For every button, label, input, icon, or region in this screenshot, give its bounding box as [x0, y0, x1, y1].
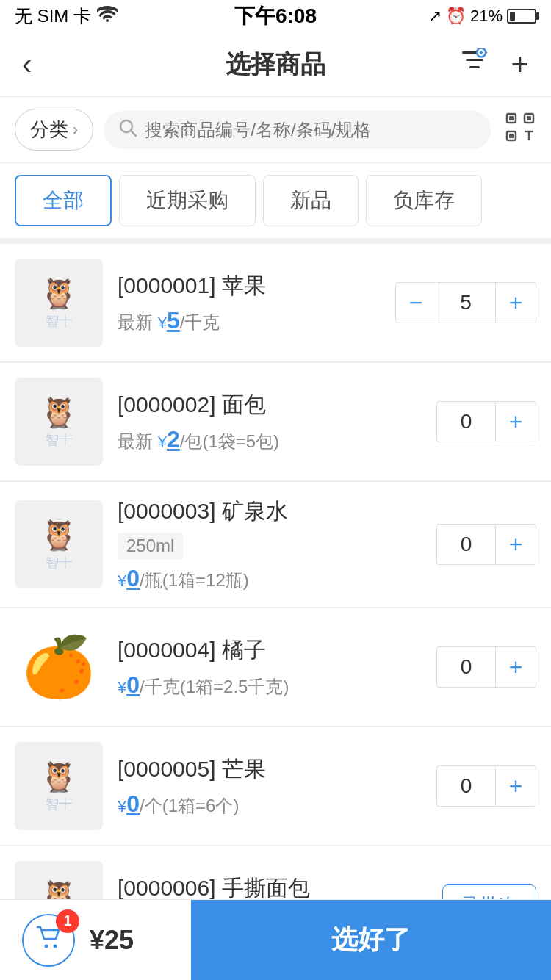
product-info: [0000004] 橘子 ¥0/千克(1箱=2.5千克)	[118, 635, 422, 699]
price-unit: /千克(1箱=2.5千克)	[140, 677, 289, 696]
product-item: 🦉 智十 [0000005] 芒果 ¥0/个(1箱=6个) +	[0, 727, 551, 845]
price-value: 0	[126, 790, 140, 817]
price-unit: /瓶(1箱=12瓶)	[140, 570, 249, 590]
product-name: [0000002] 面包	[118, 390, 422, 420]
product-price: ¥0/千克(1箱=2.5千克)	[118, 671, 422, 699]
price-unit: /千克	[180, 312, 220, 332]
owl-text: 智十	[46, 554, 72, 572]
price-currency-icon: ¥	[118, 678, 126, 696]
price-label: 最新	[118, 431, 158, 451]
price-unit: /包(1袋=5包)	[180, 431, 279, 451]
product-thumbnail: 🦉 智十	[15, 259, 103, 347]
cart-total: ¥25	[90, 925, 134, 956]
qty-plus-button[interactable]: +	[495, 765, 536, 807]
qty-plus-button[interactable]: +	[495, 282, 536, 323]
product-info: [0000002] 面包 最新 ¥2/包(1袋=5包)	[118, 390, 422, 453]
price-value: 0	[126, 671, 140, 698]
product-price: 最新 ¥5/千克	[118, 307, 381, 334]
product-item: 🦉 智十 [0000002] 面包 最新 ¥2/包(1袋=5包) +	[0, 363, 551, 480]
placeholder-logo: 🦉 智十	[40, 518, 77, 572]
product-thumbnail: 🦉 智十	[15, 500, 103, 588]
bottom-bar: 1 ¥25 选好了	[0, 899, 551, 980]
product-thumbnail: 🍊	[15, 623, 103, 711]
svg-point-17	[54, 945, 57, 948]
tab-recent[interactable]: 近期采购	[119, 175, 256, 226]
product-info: [0000005] 芒果 ¥0/个(1箱=6个)	[118, 754, 422, 818]
category-label: 分类	[30, 117, 68, 143]
qty-minus-button[interactable]: −	[395, 282, 436, 323]
qty-plus-button[interactable]: +	[495, 401, 536, 442]
page-title: 选择商品	[226, 48, 325, 82]
product-spec: 250ml	[118, 533, 183, 559]
product-thumbnail: 🦉 智十	[15, 378, 103, 466]
tab-all[interactable]: 全部	[15, 175, 112, 226]
qty-control: − +	[395, 282, 536, 323]
owl-icon: 🦉	[40, 760, 77, 794]
carrier-text: 无 SIM 卡	[15, 4, 91, 28]
qty-control: +	[436, 646, 536, 688]
search-input[interactable]	[145, 120, 476, 140]
price-currency-icon: ¥	[158, 314, 167, 332]
product-thumbnail: 🦉 智十	[15, 742, 103, 830]
scan-icon[interactable]	[504, 111, 536, 149]
alarm-icon: ⏰	[446, 7, 466, 26]
qty-input[interactable]	[436, 524, 495, 565]
category-button[interactable]: 分类 ›	[15, 109, 93, 151]
qty-control: +	[436, 401, 536, 442]
product-item: 🦉 智十 [0000003] 矿泉水 250ml ¥0/瓶(1箱=12瓶) +	[0, 482, 551, 607]
battery-percent: 21%	[470, 7, 503, 26]
owl-icon: 🦉	[40, 276, 77, 311]
status-time: 下午6:08	[234, 2, 317, 30]
product-price: ¥0/瓶(1箱=12瓶)	[118, 565, 422, 592]
status-right: ↗ ⏰ 21%	[428, 7, 536, 26]
battery-icon	[507, 9, 536, 24]
owl-text: 智十	[46, 431, 72, 449]
price-currency-icon: ¥	[158, 433, 167, 451]
nav-bar: ‹ 选择商品 +	[0, 32, 551, 97]
confirm-button[interactable]: 选好了	[191, 900, 551, 981]
price-label: 最新	[118, 312, 158, 332]
search-icon	[118, 118, 137, 142]
owl-icon: 🦉	[40, 395, 77, 430]
cart-button[interactable]: 1	[22, 914, 75, 967]
placeholder-logo: 🦉 智十	[40, 276, 77, 330]
qty-control: +	[436, 765, 536, 807]
price-value: 5	[167, 307, 180, 334]
qty-plus-button[interactable]: +	[495, 524, 536, 565]
qty-input[interactable]	[436, 646, 495, 688]
svg-rect-2	[469, 66, 480, 68]
svg-line-7	[131, 131, 136, 136]
filter-icon[interactable]	[461, 48, 489, 80]
tab-new[interactable]: 新品	[263, 175, 359, 226]
qty-plus-button[interactable]: +	[495, 646, 536, 688]
svg-rect-1	[466, 59, 483, 61]
tab-negative[interactable]: 负库存	[366, 175, 482, 226]
category-chevron-icon: ›	[73, 120, 78, 140]
svg-point-16	[45, 945, 48, 948]
svg-rect-13	[509, 134, 514, 138]
svg-rect-11	[509, 116, 514, 120]
qty-input[interactable]	[436, 765, 495, 807]
product-name: [0000004] 橘子	[118, 635, 422, 666]
search-box	[104, 111, 491, 149]
status-bar: 无 SIM 卡 下午6:08 ↗ ⏰ 21%	[0, 0, 551, 32]
qty-input[interactable]	[436, 401, 495, 442]
product-name: [0000005] 芒果	[118, 754, 422, 785]
owl-text: 智十	[46, 312, 72, 330]
cart-section: 1 ¥25	[0, 914, 191, 967]
status-left: 无 SIM 卡	[15, 4, 118, 28]
price-currency-icon: ¥	[118, 572, 126, 590]
back-button[interactable]: ‹	[22, 48, 32, 81]
product-info: [0000003] 矿泉水 250ml ¥0/瓶(1箱=12瓶)	[118, 497, 422, 592]
wifi-icon	[97, 6, 118, 26]
add-icon[interactable]: +	[511, 47, 529, 82]
price-unit: /个(1箱=6个)	[140, 796, 239, 815]
product-item: 🦉 智十 [0000001] 苹果 最新 ¥5/千克 − +	[0, 244, 551, 361]
product-name: [0000003] 矿泉水	[118, 497, 422, 527]
qty-input[interactable]	[436, 282, 495, 323]
placeholder-logo: 🦉 智十	[40, 760, 77, 813]
product-info: [0000001] 苹果 最新 ¥5/千克	[118, 271, 381, 334]
product-price: ¥0/个(1箱=6个)	[118, 790, 422, 818]
price-currency-icon: ¥	[118, 797, 126, 815]
cart-badge: 1	[56, 909, 79, 933]
